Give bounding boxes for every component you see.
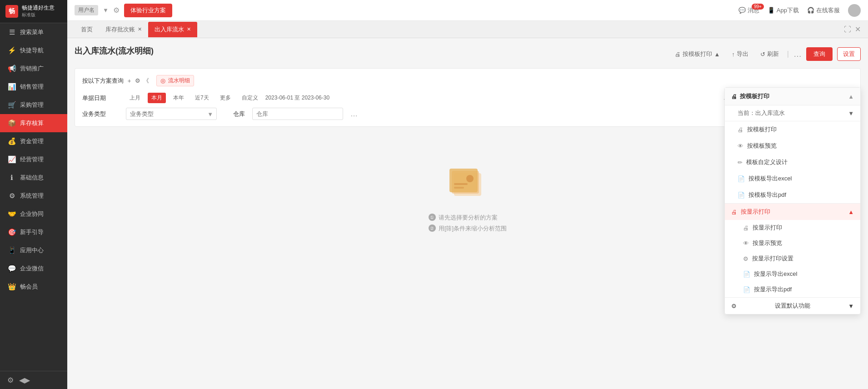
sidebar-nav: ☰ 搜索菜单 ⚡ 快捷导航 📢 营销推广 📊 销售管理 🛒 采购管理 📦 库存核… xyxy=(0,23,67,371)
add-filter-icon[interactable]: ＋ xyxy=(126,77,132,85)
date-btn-current-year[interactable]: 本年 xyxy=(170,93,188,103)
sidebar-item-label: 快捷导航 xyxy=(20,46,44,55)
sidebar-item-marketing[interactable]: 📢 营销推广 xyxy=(0,60,67,78)
tab-batch[interactable]: 库存批次账 ✕ xyxy=(99,22,148,37)
sidebar-item-label: 采购管理 xyxy=(20,101,44,109)
print-template-btn[interactable]: 🖨 按模板打印 ▲ xyxy=(671,48,723,60)
settings-icon-sub: ⚙ xyxy=(743,255,748,262)
sidebar-item-guide[interactable]: 🎯 新手引导 xyxy=(0,223,67,241)
preview-icon-sub: 👁 xyxy=(743,240,749,247)
tab-close-window-icon[interactable]: ✕ xyxy=(855,25,861,34)
template-print-item[interactable]: 🖨 按模板打印 xyxy=(725,121,860,138)
sidebar-item-sales[interactable]: 📊 销售管理 xyxy=(0,78,67,96)
avatar[interactable] xyxy=(848,4,861,17)
sidebar-item-purchase[interactable]: 🛒 采购管理 xyxy=(0,96,67,114)
app-download-btn[interactable]: 📱 App下载 xyxy=(768,6,799,15)
online-service-label: 在线客服 xyxy=(816,6,840,15)
coop-icon: 🤝 xyxy=(7,210,16,218)
refresh-btn[interactable]: ↺ 刷新 xyxy=(757,48,783,60)
collapse-icon[interactable]: ◀▶ xyxy=(19,376,30,384)
online-service-btn[interactable]: 🎧 在线客服 xyxy=(807,6,840,15)
display-export-pdf-item[interactable]: 📄 按显示导出pdf xyxy=(725,282,860,297)
template-preview-item[interactable]: 👁 按模板预览 xyxy=(725,138,860,154)
sidebar-item-basic[interactable]: ℹ 基础信息 xyxy=(0,169,67,187)
date-filter: 上月 本月 本年 近7天 更多 自定义 2023-06-01 至 2023-06… xyxy=(126,93,708,103)
filter-tag[interactable]: ◎ 流水明细 xyxy=(156,75,194,86)
sidebar-item-member[interactable]: 👑 畅会员 xyxy=(0,278,67,296)
settings-btn[interactable]: 设置 xyxy=(837,47,861,61)
empty-illustration xyxy=(445,160,490,206)
app-icon: 📱 xyxy=(7,246,16,254)
print-dropdown-panel: 🖨 按模板打印 ▲ 当前：出入库流水 ▼ 🖨 按模板打印 👁 按模板预览 ✏ 模… xyxy=(724,87,861,314)
sidebar-item-operations[interactable]: 📈 经营管理 xyxy=(0,150,67,169)
filter-row-1: 按以下方案查询 ＋ ⚙ 《 ◎ 流水明细 xyxy=(82,75,853,86)
dropdown-arrow-icon[interactable]: ▼ xyxy=(103,7,109,14)
sidebar-item-app[interactable]: 📱 应用中心 xyxy=(0,241,67,259)
sidebar-item-finance[interactable]: 💰 资金管理 xyxy=(0,132,67,150)
collapse-filter-icon[interactable]: 《 xyxy=(143,77,149,85)
footer-settings-icon: ⚙ xyxy=(731,303,737,309)
display-export-excel-item[interactable]: 📄 按显示导出excel xyxy=(725,266,860,282)
tab-home[interactable]: 首页 xyxy=(75,22,99,37)
message-badge[interactable]: 💬 消息 99+ xyxy=(738,6,759,15)
filter-label: 按以下方案查询 ＋ ⚙ 《 xyxy=(82,77,149,85)
template-export-excel-item[interactable]: 📄 按模板导出excel xyxy=(725,170,860,187)
purchase-icon: 🛒 xyxy=(7,101,16,109)
user-name: 用户名 xyxy=(75,5,98,15)
business-type-select[interactable]: 业务类型 xyxy=(126,108,217,120)
excel-icon: 📄 xyxy=(738,175,745,182)
print-icon-sub: 🖨 xyxy=(743,224,749,231)
sidebar-item-shortcut[interactable]: ⚡ 快捷导航 xyxy=(0,41,67,60)
gear-icon[interactable]: ⚙ xyxy=(113,6,120,15)
settings-bottom-icon[interactable]: ⚙ xyxy=(7,376,14,384)
query-btn[interactable]: 查询 xyxy=(806,47,833,61)
sidebar-item-label: 应用中心 xyxy=(20,246,44,254)
template-export-pdf-item[interactable]: 📄 按模板导出pdf xyxy=(725,187,860,203)
template-customize-item[interactable]: ✏ 模板自定义设计 xyxy=(725,154,860,170)
warehouse-input[interactable] xyxy=(252,108,343,120)
sidebar-item-inventory[interactable]: 📦 库存核算 xyxy=(0,114,67,132)
dropdown-collapse-icon[interactable]: ▲ xyxy=(848,93,854,100)
sidebar-item-wechat[interactable]: 💬 企业微信 xyxy=(0,259,67,278)
flow-tab-close-icon[interactable]: ✕ xyxy=(187,26,191,32)
topbar-right: 💬 消息 99+ 📱 App下载 🎧 在线客服 xyxy=(738,4,861,17)
date-btn-7days[interactable]: 近7天 xyxy=(191,93,213,103)
export-btn[interactable]: ↑ 导出 xyxy=(728,48,752,60)
dropdown-current-arrow[interactable]: ▼ xyxy=(848,110,854,117)
sidebar-logo: 畅 畅捷通好生意 标准版 xyxy=(0,0,67,23)
display-print-item[interactable]: 🖨 按显示打印 xyxy=(725,220,860,235)
more-dots-icon[interactable]: … xyxy=(793,50,802,59)
trial-btn[interactable]: 体验行业方案 xyxy=(124,4,172,17)
sidebar-item-label: 畅会员 xyxy=(20,283,38,291)
date-btn-more[interactable]: 更多 xyxy=(216,93,234,103)
date-btn-last-month[interactable]: 上月 xyxy=(126,93,144,103)
dropdown-footer[interactable]: ⚙ 设置默认功能 ▼ xyxy=(725,297,860,314)
sidebar-item-label: 系统管理 xyxy=(20,192,44,200)
sidebar-item-system[interactable]: ⚙ 系统管理 xyxy=(0,187,67,205)
sidebar-item-search[interactable]: ☰ 搜索菜单 xyxy=(0,23,67,41)
page-title: 出入库流水(流水明细) xyxy=(75,45,154,56)
svg-point-3 xyxy=(466,175,474,182)
warehouse-more-icon[interactable]: … xyxy=(350,110,358,118)
tab-flow[interactable]: 出入库流水 ✕ xyxy=(148,22,197,37)
batch-tab-close-icon[interactable]: ✕ xyxy=(138,26,142,32)
sidebar-item-label: 企业协同 xyxy=(20,210,44,218)
message-icon: 💬 xyxy=(738,7,746,14)
date-btn-custom[interactable]: 自定义 xyxy=(238,93,262,103)
home-tab-label: 首页 xyxy=(81,25,93,34)
wechat-icon: 💬 xyxy=(7,264,16,273)
inventory-icon: 📦 xyxy=(7,119,16,127)
search-icon: ☰ xyxy=(7,28,16,36)
date-btn-current-month[interactable]: 本月 xyxy=(148,93,166,103)
display-print-settings-item[interactable]: ⚙ 按显示打印设置 xyxy=(725,251,860,266)
flow-tab-label: 出入库流水 xyxy=(155,25,184,34)
info-icon: ℹ xyxy=(7,174,16,182)
sidebar-item-coop[interactable]: 🤝 企业协同 xyxy=(0,205,67,223)
display-preview-item[interactable]: 👁 按显示预览 xyxy=(725,235,860,251)
settings-filter-icon[interactable]: ⚙ xyxy=(135,77,140,84)
sidebar-item-label: 销售管理 xyxy=(20,83,44,91)
tag-icon: ◎ xyxy=(160,77,165,84)
section-collapse-icon[interactable]: ▲ xyxy=(848,209,854,215)
display-print-section[interactable]: 🖨 按显示打印 ▲ xyxy=(725,204,860,220)
tab-maximize-icon[interactable]: ⛶ xyxy=(844,25,851,34)
